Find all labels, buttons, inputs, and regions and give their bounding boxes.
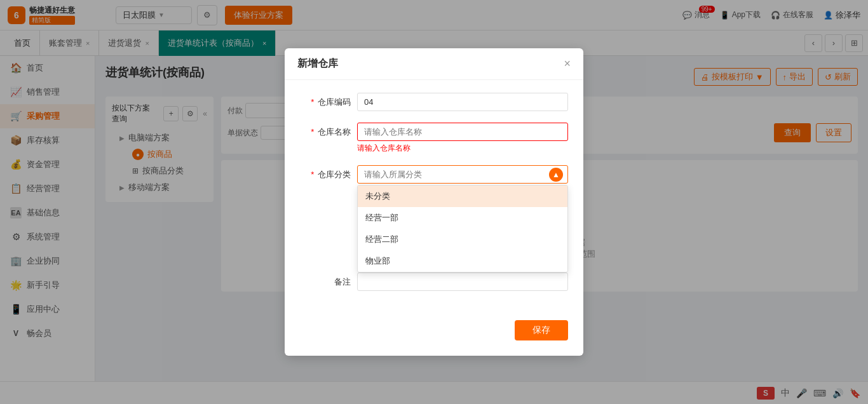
modal-overlay: 新增仓库 × * 仓库编码 * 仓库名称 xyxy=(0,0,868,404)
modal-title: 新增仓库 xyxy=(297,57,338,71)
note-label: 备注 xyxy=(300,273,351,288)
category-label: * 仓库分类 xyxy=(300,165,351,180)
code-input[interactable] xyxy=(357,93,568,111)
form-row-note: 备注 xyxy=(300,273,568,291)
form-row-code: * 仓库编码 xyxy=(300,93,568,111)
save-button[interactable]: 保存 xyxy=(515,320,568,340)
dropdown-item-dept3[interactable]: 物业部 xyxy=(358,250,567,272)
name-input-wrap: 请输入仓库名称 xyxy=(357,123,568,154)
code-label: * 仓库编码 xyxy=(300,93,351,108)
form-row-category: * 仓库分类 ▲ 未分类 经营一部 经营二部 物业部 xyxy=(300,165,568,184)
modal-header: 新增仓库 × xyxy=(285,48,583,80)
note-input-wrap xyxy=(357,273,568,291)
add-warehouse-modal: 新增仓库 × * 仓库编码 * 仓库名称 xyxy=(285,48,583,356)
category-input-wrap: ▲ 未分类 经营一部 经营二部 物业部 xyxy=(357,165,568,184)
name-label: * 仓库名称 xyxy=(300,123,351,138)
dropdown-item-dept1[interactable]: 经营一部 xyxy=(358,207,567,229)
category-toggle-btn[interactable]: ▲ xyxy=(549,168,563,182)
dropdown-item-uncategorized[interactable]: 未分类 xyxy=(358,185,567,207)
category-input[interactable] xyxy=(357,165,568,184)
note-input[interactable] xyxy=(357,273,568,291)
category-input-container: ▲ xyxy=(357,165,568,184)
form-row-name: * 仓库名称 请输入仓库名称 xyxy=(300,123,568,154)
modal-close-btn[interactable]: × xyxy=(564,57,571,71)
modal-footer: 保存 xyxy=(285,320,583,340)
code-input-wrap xyxy=(357,93,568,111)
category-dropdown: 未分类 经营一部 经营二部 物业部 xyxy=(357,185,568,273)
dropdown-item-dept2[interactable]: 经营二部 xyxy=(358,229,567,250)
name-input[interactable] xyxy=(357,123,568,141)
modal-body: * 仓库编码 * 仓库名称 请输入仓库名称 xyxy=(285,80,583,315)
name-error-msg: 请输入仓库名称 xyxy=(357,143,568,154)
